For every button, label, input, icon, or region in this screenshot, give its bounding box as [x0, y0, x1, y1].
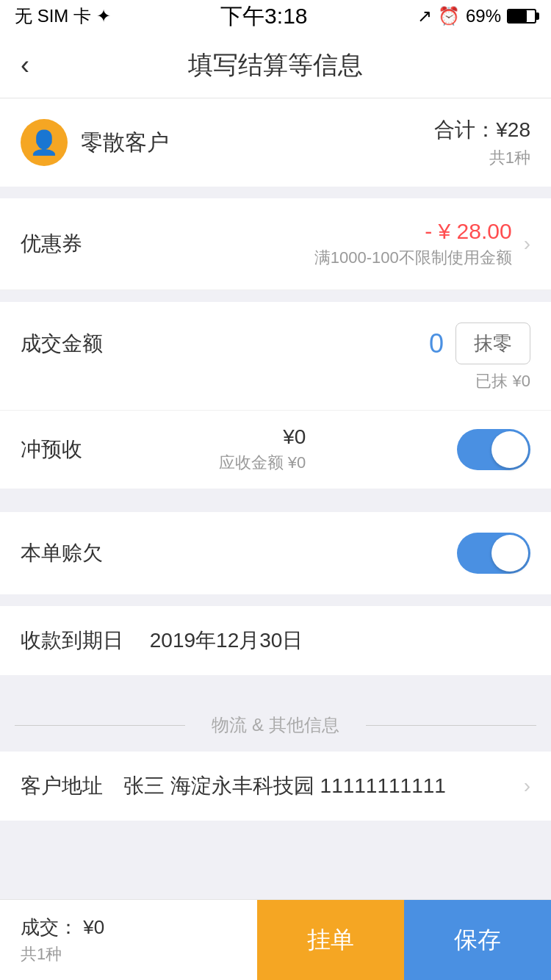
sim-wifi-label: 无 SIM 卡 ✦ [15, 4, 111, 28]
divider-3 [0, 687, 551, 699]
bottom-count: 共1种 [21, 943, 237, 965]
deal-label: 成交： [21, 916, 78, 938]
coupon-row[interactable]: 优惠券 - ¥ 28.00 满1000-100不限制使用金额 › [0, 198, 551, 290]
battery-icon [507, 9, 536, 24]
logistics-line-right [366, 725, 536, 726]
person-icon: 👤 [29, 129, 59, 156]
status-bar: 无 SIM 卡 ✦ 下午3:18 ↗ ⏰ 69% [0, 0, 551, 32]
bottom-bar: 成交： ¥0 共1种 挂单 保存 [0, 899, 551, 980]
battery-label: 69% [466, 6, 501, 26]
due-date-row: 收款到期日 2019年12月30日 [0, 606, 551, 675]
prepay-main-amount: ¥0 [219, 425, 306, 449]
status-right: ↗ ⏰ 69% [417, 6, 536, 26]
divider-2 [0, 500, 551, 512]
transaction-right: 0 抹零 [429, 323, 530, 364]
transaction-label: 成交金额 [21, 330, 103, 358]
customer-row: 👤 零散客户 合计：¥28 共1种 [0, 98, 551, 187]
alarm-icon: ⏰ [438, 6, 460, 26]
coupon-info: - ¥ 28.00 满1000-100不限制使用金额 [314, 219, 512, 269]
due-date-value: 2019年12月30日 [150, 629, 303, 652]
arrears-section: 本单赊欠 [0, 512, 551, 594]
due-date-label: 收款到期日 [21, 629, 123, 652]
nav-bar: ‹ 填写结算等信息 [0, 32, 551, 98]
back-button[interactable]: ‹ [21, 50, 29, 81]
logistics-label: 物流 & 其他信息 [212, 713, 339, 737]
already-rounded: 已抹 ¥0 [0, 370, 551, 410]
coupon-label: 优惠券 [21, 230, 82, 258]
total-count: 共1种 [434, 147, 530, 169]
coupon-right: - ¥ 28.00 满1000-100不限制使用金额 › [314, 219, 530, 269]
prepay-toggle[interactable] [457, 429, 530, 470]
transaction-value: 0 [429, 328, 444, 359]
address-chevron-icon: › [524, 774, 530, 798]
customer-left: 👤 零散客户 [21, 119, 169, 166]
prepay-amounts: ¥0 应收金额 ¥0 [219, 425, 306, 474]
total-amount: 合计：¥28 [434, 116, 530, 144]
status-time: 下午3:18 [220, 1, 307, 32]
discount-desc: 满1000-100不限制使用金额 [314, 247, 512, 269]
prepay-row: 冲预收 ¥0 应收金额 ¥0 [0, 410, 551, 489]
transaction-section: 成交金额 0 抹零 已抹 ¥0 冲预收 ¥0 应收金额 ¥0 [0, 302, 551, 489]
save-button[interactable]: 保存 [404, 900, 551, 981]
address-row[interactable]: 客户地址 张三 海淀永丰科技园 11111111111 › [0, 752, 551, 821]
page-title: 填写结算等信息 [188, 48, 363, 82]
address-label: 客户地址 [21, 772, 103, 800]
prepay-label: 冲预收 [21, 436, 82, 464]
chevron-right-icon: › [524, 232, 530, 256]
bottom-deal: 成交： ¥0 [21, 915, 237, 940]
toggle-knob [491, 431, 528, 468]
avatar: 👤 [21, 119, 68, 166]
customer-name: 零散客户 [81, 128, 169, 158]
prepay-sub-amount: 应收金额 ¥0 [219, 452, 306, 474]
logistics-header: 物流 & 其他信息 [0, 699, 551, 752]
bottom-info: 成交： ¥0 共1种 [0, 915, 257, 965]
divider-1 [0, 290, 551, 302]
logistics-line-left [15, 725, 185, 726]
hang-button[interactable]: 挂单 [257, 900, 404, 981]
transaction-row: 成交金额 0 抹零 [0, 302, 551, 370]
round-button[interactable]: 抹零 [455, 323, 530, 364]
arrears-toggle-knob [491, 535, 528, 572]
status-left: 无 SIM 卡 ✦ [15, 4, 111, 28]
customer-right: 合计：¥28 共1种 [434, 116, 530, 169]
arrears-toggle[interactable] [457, 533, 530, 574]
arrears-label: 本单赊欠 [21, 539, 103, 567]
discount-amount: - ¥ 28.00 [314, 219, 512, 244]
content-area: 👤 零散客户 合计：¥28 共1种 优惠券 - ¥ 28.00 满1000-10… [0, 98, 551, 980]
deal-amount: ¥0 [83, 916, 104, 938]
address-value: 张三 海淀永丰科技园 11111111111 [123, 772, 524, 800]
location-icon: ↗ [417, 6, 432, 26]
